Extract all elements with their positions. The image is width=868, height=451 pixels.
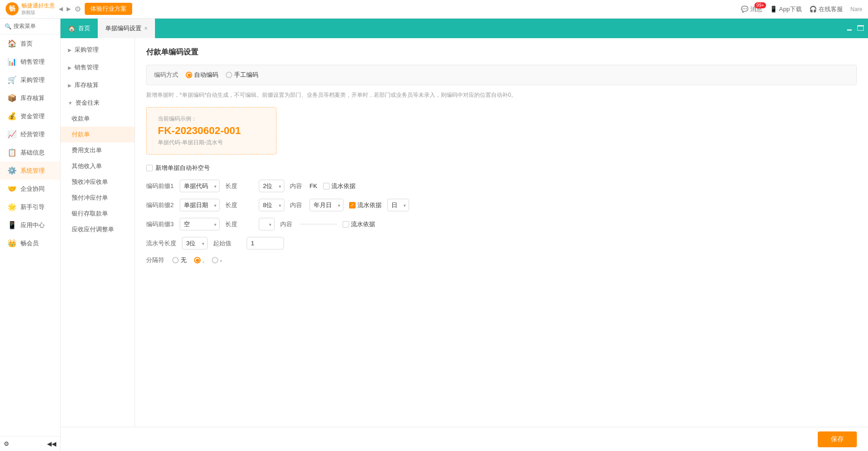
page-content: ▶ 采购管理 ▶ 销售管理 ▶ 库存核算	[61, 38, 868, 427]
sidebar-item-purchase[interactable]: 🛒 采购管理	[0, 71, 60, 89]
submenu-item-receipt[interactable]: 收款单	[61, 111, 135, 127]
sidebar-item-basic[interactable]: 📋 基础信息	[0, 143, 60, 162]
sep-dash-option[interactable]: -	[212, 257, 222, 264]
user-name[interactable]: Nare	[850, 6, 862, 13]
service-button[interactable]: 🎧 在线客服	[809, 5, 843, 13]
serial3-checkbox[interactable]	[343, 221, 349, 228]
submenu-group-sales: ▶ 销售管理	[61, 60, 135, 75]
length2-select[interactable]: 8位 6位 4位	[259, 199, 284, 211]
sep-dot-option[interactable]: .	[194, 257, 204, 264]
sidebar-item-enterprise[interactable]: 🤝 企业协同	[0, 180, 60, 198]
prefix3-select-wrapper: 空 单据代码 部门 业务员	[180, 218, 220, 230]
prefix1-label: 编码前缀1	[146, 182, 174, 190]
separator-row: 分隔符 无 . -	[146, 256, 857, 264]
submenu-group-inventory: ▶ 库存核算	[61, 77, 135, 93]
submenu-header-purchase[interactable]: ▶ 采购管理	[61, 42, 135, 58]
serial-length-select[interactable]: 3位 4位 5位	[182, 237, 208, 249]
tab-bar-right: 🗕 🗖	[846, 19, 868, 38]
length1-select[interactable]: 2位 4位 6位	[259, 180, 284, 192]
sep-none-option[interactable]: 无	[172, 256, 187, 264]
settings-bottom-icon[interactable]: ⚙	[4, 440, 9, 447]
download-button[interactable]: 📱 App下载	[770, 5, 802, 13]
nav-back-icon[interactable]: ◀	[59, 6, 63, 12]
sidebar-item-management[interactable]: 📈 经营管理	[0, 125, 60, 143]
guide-icon: 🌟	[7, 202, 17, 211]
submenu-arrow-inventory: ▶	[68, 83, 72, 88]
auto-encode-radio[interactable]	[186, 72, 192, 78]
prefix2-select-wrapper: 单据日期 部门 业务员 空	[180, 199, 220, 211]
settings-icon[interactable]: ⚙	[74, 5, 81, 13]
preview-box: 当前编码示例： FK-20230602-001 单据代码-单据日期-流水号	[146, 107, 276, 155]
length3-select[interactable]	[259, 218, 275, 230]
tab-home[interactable]: 🏠 首页	[61, 19, 98, 38]
day-select-wrapper: 日 月 年	[387, 199, 409, 211]
auto-fill-checkbox[interactable]	[146, 165, 153, 171]
top-bar-controls: ◀ ▶ ⚙ 体验行业方案	[59, 3, 132, 15]
submenu-item-expense[interactable]: 费用支出单	[61, 142, 135, 158]
sep-dot-radio[interactable]	[194, 257, 201, 263]
serial-length-select-wrapper: 3位 4位 5位	[182, 237, 208, 249]
sidebar-item-system[interactable]: ⚙️ 系统管理	[0, 162, 60, 180]
sidebar-item-finance[interactable]: 💰 资金管理	[0, 107, 60, 125]
serial3-check-label[interactable]: 流水依据	[343, 220, 375, 229]
sep-none-radio[interactable]	[172, 257, 179, 263]
encoding-method-section: 编码方式 自动编码 手工编码	[146, 65, 857, 85]
content1-value: FK	[310, 182, 317, 189]
prefix2-label: 编码前缀2	[146, 201, 174, 209]
tab-encoding[interactable]: 单据编码设置 ×	[98, 19, 155, 38]
form-area: 付款单编码设置 编码方式 自动编码 手工编码	[135, 38, 868, 427]
sidebar-item-apps[interactable]: 📱 应用中心	[0, 216, 60, 234]
prefix1-select[interactable]: 单据代码 部门 业务员 空	[180, 180, 220, 192]
auto-encode-option[interactable]: 自动编码	[186, 71, 218, 79]
top-bar-left: 畅 畅捷通好生意 旗舰版 ◀ ▶ ⚙ 体验行业方案	[6, 2, 132, 15]
sidebar-item-inventory[interactable]: 📦 库存核算	[0, 89, 60, 107]
start-value-label: 起始值	[213, 239, 241, 248]
save-button[interactable]: 保存	[818, 431, 857, 447]
sidebar-item-member[interactable]: 👑 畅会员	[0, 234, 60, 252]
start-value-input[interactable]	[247, 237, 284, 249]
submenu-item-adjustment[interactable]: 应收应付调整单	[61, 222, 135, 237]
content-area: 🏠 首页 单据编码设置 × 🗕 🗖 ▶ 采购管理	[61, 19, 868, 451]
sidebar-bottom: ⚙ ◀◀	[0, 436, 60, 451]
submenu-header-sales[interactable]: ▶ 销售管理	[61, 60, 135, 75]
page-title: 付款单编码设置	[146, 47, 857, 57]
submenu-item-bank[interactable]: 银行存取款单	[61, 206, 135, 222]
submenu-item-advance-payment[interactable]: 预付冲应付单	[61, 190, 135, 206]
prefix3-select[interactable]: 空 单据代码 部门 业务员	[180, 218, 220, 230]
tab-minimize-button[interactable]: 🗕	[846, 24, 853, 33]
sep-dash-radio[interactable]	[212, 257, 218, 263]
sidebar-item-home[interactable]: 🏠 首页	[0, 34, 60, 53]
serial1-checkbox[interactable]	[323, 183, 330, 189]
tab-close-icon[interactable]: ×	[144, 25, 148, 32]
submenu-arrow-fund: ▼	[68, 101, 73, 106]
preview-label: 当前编码示例：	[158, 115, 265, 123]
serial2-checkbox[interactable]: ✓	[349, 202, 356, 209]
message-badge: 99+	[754, 2, 766, 8]
submenu-header-inventory[interactable]: ▶ 库存核算	[61, 77, 135, 93]
prefix2-select[interactable]: 单据日期 部门 业务员 空	[180, 199, 220, 211]
sidebar-item-guide[interactable]: 🌟 新手引导	[0, 198, 60, 216]
serial1-check-label[interactable]: 流水依据	[323, 182, 356, 190]
trial-button[interactable]: 体验行业方案	[85, 3, 132, 15]
purchase-icon: 🛒	[7, 75, 17, 84]
nav-forward-icon[interactable]: ▶	[67, 6, 71, 12]
submenu-item-advance-receipt[interactable]: 预收冲应收单	[61, 174, 135, 190]
message-button[interactable]: 💬 消息 99+	[741, 5, 762, 13]
day-select[interactable]: 日 月 年	[387, 199, 409, 211]
manual-encode-option[interactable]: 手工编码	[226, 71, 258, 79]
content3-value	[300, 224, 337, 224]
submenu-item-other-income[interactable]: 其他收入单	[61, 158, 135, 174]
member-icon: 👑	[7, 239, 17, 248]
submenu-header-fund[interactable]: ▼ 资金往来	[61, 95, 135, 111]
sidebar-item-sales[interactable]: 📊 销售管理	[0, 53, 60, 71]
content2-select[interactable]: 年月日 年月 年	[310, 199, 343, 211]
tab-maximize-button[interactable]: 🗖	[857, 24, 864, 33]
submenu-item-payment[interactable]: 付款单	[61, 127, 135, 142]
prefix3-label: 编码前缀3	[146, 220, 174, 229]
manual-encode-radio[interactable]	[226, 72, 232, 78]
finance-icon: 💰	[7, 112, 17, 121]
sidebar-search[interactable]: 🔍 搜索菜单	[0, 19, 60, 34]
collapse-icon[interactable]: ◀◀	[47, 440, 56, 447]
serial2-check-label[interactable]: ✓ 流水依据	[349, 201, 382, 209]
serial-row: 流水号长度 3位 4位 5位 起始值	[146, 237, 857, 249]
